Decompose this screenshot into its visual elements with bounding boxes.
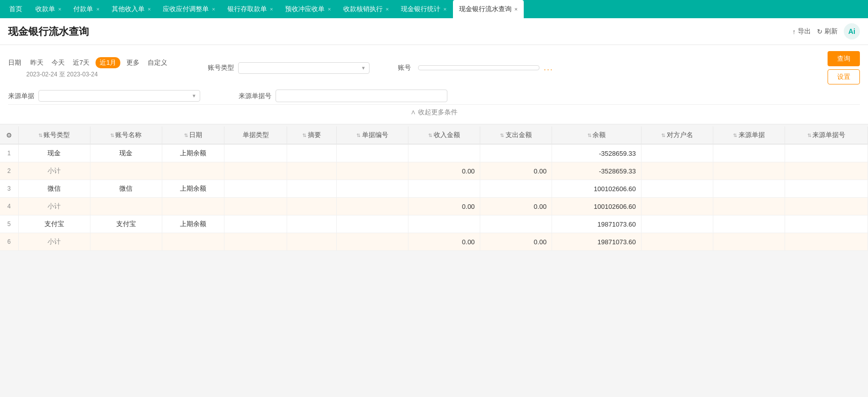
close-tab-icon[interactable]: ×	[270, 6, 273, 12]
nav-tab-yushou[interactable]: 预收冲应收单 ×	[279, 0, 337, 18]
col-balance[interactable]: 余额	[552, 126, 642, 144]
col-doc-no[interactable]: 单据编号	[337, 126, 408, 144]
cell-account_name	[90, 233, 162, 251]
source-doc-no-input[interactable]	[276, 90, 447, 102]
nav-tab-yinhang[interactable]: 银行存取款单 ×	[221, 0, 279, 18]
col-summary[interactable]: 摘要	[287, 126, 337, 144]
cell-doc_type	[224, 144, 287, 162]
col-date[interactable]: 日期	[162, 126, 224, 144]
cell-expense: 0.00	[480, 162, 552, 180]
close-tab-icon[interactable]: ×	[443, 6, 446, 12]
close-tab-icon[interactable]: ×	[96, 6, 99, 12]
date-range-text: 2023-02-24 至 2023-03-24	[26, 70, 169, 79]
cell-date	[162, 162, 224, 180]
date-7days[interactable]: 近7天	[71, 57, 92, 68]
refresh-button[interactable]: ↻ 刷新	[817, 27, 838, 36]
cell-balance: 19871073.60	[552, 215, 642, 233]
cell-source_doc_no	[785, 162, 867, 180]
cell-summary	[287, 144, 337, 162]
col-income[interactable]: 收入金额	[408, 126, 480, 144]
ai-button[interactable]: Ai	[844, 23, 860, 39]
cell-income: 0.00	[408, 233, 480, 251]
date-1month[interactable]: 近1月	[96, 57, 120, 68]
gear-icon[interactable]: ⚙	[6, 131, 12, 139]
chevron-up-icon: ∧	[410, 108, 418, 116]
cell-doc_no	[337, 180, 408, 198]
close-tab-icon[interactable]: ×	[58, 6, 61, 12]
cell-expense: 0.00	[480, 233, 552, 251]
col-counterpart[interactable]: 对方户名	[641, 126, 713, 144]
cell-doc_type	[224, 215, 287, 233]
filter-row-1: 日期 昨天 今天 近7天 近1月 更多 自定义 2023-02-24 至 202…	[8, 51, 860, 84]
col-account-name[interactable]: 账号名称	[90, 126, 162, 144]
cell-source_doc	[713, 198, 785, 215]
col-gear[interactable]: ⚙	[0, 126, 18, 144]
close-tab-icon[interactable]: ×	[212, 6, 215, 12]
date-custom[interactable]: 自定义	[146, 57, 169, 68]
cell-summary	[287, 215, 337, 233]
query-button[interactable]: 查询	[828, 51, 860, 66]
col-expense[interactable]: 支出金额	[480, 126, 552, 144]
col-source-doc[interactable]: 来源单据	[713, 126, 785, 144]
cell-balance: -3528659.33	[552, 144, 642, 162]
table-area: ⚙ 账号类型 账号名称 日期 单据类型 摘要 单据编号 收入金额 支出金额 余额…	[0, 126, 868, 251]
settings-button[interactable]: 设置	[828, 69, 860, 84]
cell-income: 0.00	[408, 198, 480, 215]
cell-source_doc_no	[785, 144, 867, 162]
nav-home[interactable]: 首页	[2, 0, 29, 18]
cell-source_doc_no	[785, 198, 867, 215]
cell-balance: -3528659.33	[552, 162, 642, 180]
collapse-bar[interactable]: ∧ 收起更多条件	[8, 104, 860, 120]
nav-tab-shoudan[interactable]: 收款单 ×	[29, 0, 67, 18]
account-label: 账号	[398, 63, 414, 72]
nav-tab-liushui[interactable]: 现金银行流水查询 ×	[453, 0, 524, 18]
source-doc-group: 来源单据 ▾	[8, 90, 200, 102]
cell-account_name: 微信	[90, 180, 162, 198]
filter-area: 日期 昨天 今天 近7天 近1月 更多 自定义 2023-02-24 至 202…	[0, 45, 868, 124]
date-more[interactable]: 更多	[124, 57, 142, 68]
more-dots-icon[interactable]: ...	[543, 63, 553, 72]
header-actions: ↑ 导出 ↻ 刷新 Ai	[793, 23, 860, 39]
cell-doc_no	[337, 144, 408, 162]
table-row: 4小计0.000.00100102606.60	[0, 198, 868, 215]
date-today[interactable]: 今天	[50, 57, 67, 68]
source-doc-select[interactable]: ▾	[38, 90, 200, 102]
nav-tab-fudan[interactable]: 付款单 ×	[67, 0, 105, 18]
cell-source_doc	[713, 162, 785, 180]
cell-source_doc	[713, 233, 785, 251]
cell-income	[408, 144, 480, 162]
export-button[interactable]: ↑ 导出	[793, 27, 811, 36]
nav-tab-qitasr[interactable]: 其他收入单 ×	[106, 0, 157, 18]
cell-doc_no	[337, 198, 408, 215]
cell-summary	[287, 198, 337, 215]
nav-tab-yingshou[interactable]: 应收应付调整单 ×	[157, 0, 221, 18]
cell-expense	[480, 144, 552, 162]
table-row: 1现金现金上期余额-3528659.33	[0, 144, 868, 162]
cell-doc_type	[224, 180, 287, 198]
cell-date: 上期余额	[162, 180, 224, 198]
table-row: 2小计0.000.00-3528659.33	[0, 162, 868, 180]
col-account-type[interactable]: 账号类型	[18, 126, 90, 144]
account-type-select[interactable]: ▾	[238, 62, 370, 74]
close-tab-icon[interactable]: ×	[515, 6, 518, 12]
nav-tab-hexiao[interactable]: 收款核销执行 ×	[337, 0, 395, 18]
source-doc-no-label: 来源单据号	[239, 92, 271, 101]
cell-expense	[480, 215, 552, 233]
cell-date	[162, 198, 224, 215]
account-input[interactable]	[418, 65, 539, 70]
nav-tab-tongji[interactable]: 现金银行统计 ×	[395, 0, 452, 18]
cell-source_doc	[713, 180, 785, 198]
cell-counterpart	[641, 198, 713, 215]
col-source-doc-no[interactable]: 来源单据号	[785, 126, 867, 144]
close-tab-icon[interactable]: ×	[328, 6, 331, 12]
cell-account_type: 支付宝	[18, 215, 90, 233]
close-tab-icon[interactable]: ×	[148, 6, 151, 12]
cell-counterpart	[641, 144, 713, 162]
cell-source_doc	[713, 144, 785, 162]
date-yesterday[interactable]: 昨天	[28, 57, 45, 68]
close-tab-icon[interactable]: ×	[386, 6, 389, 12]
page-header: 现金银行流水查询 ↑ 导出 ↻ 刷新 Ai	[0, 18, 868, 45]
table-header-row: ⚙ 账号类型 账号名称 日期 单据类型 摘要 单据编号 收入金额 支出金额 余额…	[0, 126, 868, 144]
date-label: 日期	[8, 58, 24, 67]
col-doc-type[interactable]: 单据类型	[224, 126, 287, 144]
